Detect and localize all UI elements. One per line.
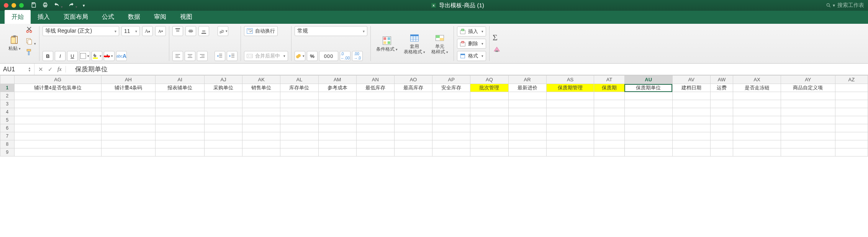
cell-AX3[interactable] (733, 100, 781, 108)
cell-AS5[interactable] (546, 116, 594, 124)
cell-AG7[interactable] (14, 132, 101, 140)
increase-font-button[interactable]: A▴ (142, 26, 153, 36)
cell-AW5[interactable] (710, 116, 733, 124)
cell-AJ2[interactable] (204, 92, 242, 100)
clear-icon[interactable] (493, 45, 501, 54)
currency-button[interactable] (295, 51, 305, 61)
cell-AR9[interactable] (508, 148, 546, 156)
row-header-3[interactable]: 3 (0, 100, 15, 108)
decrease-indent-button[interactable] (215, 51, 225, 61)
cell-AY1[interactable]: 商品自定义项 (781, 84, 835, 92)
cell-AH3[interactable] (101, 100, 156, 108)
cell-styles-button[interactable]: 单元 格样式 (429, 27, 450, 61)
cell-AU4[interactable] (624, 108, 672, 116)
cell-AZ9[interactable] (835, 148, 868, 156)
cell-AO1[interactable]: 最高库存 (394, 84, 432, 92)
cell-AP3[interactable] (432, 100, 470, 108)
cell-AJ6[interactable] (204, 124, 242, 132)
decrease-font-button[interactable]: A▾ (155, 26, 166, 36)
border-button[interactable] (79, 51, 90, 61)
cell-AQ7[interactable] (470, 132, 508, 140)
cell-AG5[interactable] (14, 116, 101, 124)
column-header-AO[interactable]: AO (394, 76, 432, 84)
cell-AP4[interactable] (432, 108, 470, 116)
decrease-decimal-button[interactable]: .00→.0 (352, 51, 363, 61)
cell-AN4[interactable] (356, 108, 394, 116)
font-size-select[interactable]: 11▾ (121, 26, 140, 36)
column-header-AV[interactable]: AV (672, 76, 710, 84)
italic-button[interactable]: I (55, 51, 66, 61)
cell-AU9[interactable] (624, 148, 672, 156)
column-header-AH[interactable]: AH (101, 76, 156, 84)
cell-AG8[interactable] (14, 140, 101, 148)
cell-AG6[interactable] (14, 124, 101, 132)
cell-AR4[interactable] (508, 108, 546, 116)
cell-AQ6[interactable] (470, 124, 508, 132)
cell-AS3[interactable] (546, 100, 594, 108)
cell-AZ4[interactable] (835, 108, 868, 116)
cell-AH5[interactable] (101, 116, 156, 124)
underline-button[interactable]: U (67, 51, 78, 61)
cell-AX6[interactable] (733, 124, 781, 132)
row-header-9[interactable]: 9 (0, 148, 15, 156)
cell-AO4[interactable] (394, 108, 432, 116)
cell-AH2[interactable] (101, 92, 156, 100)
cell-AL9[interactable] (280, 148, 318, 156)
cell-AH9[interactable] (101, 148, 156, 156)
cell-AS1[interactable]: 保质期管理 (546, 84, 594, 92)
autosum-icon[interactable]: Σ (493, 33, 501, 43)
cell-AQ2[interactable] (470, 92, 508, 100)
cell-AX4[interactable] (733, 108, 781, 116)
cell-AO5[interactable] (394, 116, 432, 124)
cell-AO3[interactable] (394, 100, 432, 108)
select-all-corner[interactable] (0, 76, 15, 84)
cell-AM3[interactable] (318, 100, 356, 108)
cell-AQ9[interactable] (470, 148, 508, 156)
format-painter-icon[interactable] (25, 48, 36, 57)
row-header-1[interactable]: 1 (0, 84, 15, 92)
align-middle-button[interactable] (185, 26, 196, 36)
tab-data[interactable]: 数据 (121, 10, 147, 24)
cell-AL5[interactable] (280, 116, 318, 124)
cell-AW2[interactable] (710, 92, 733, 100)
cell-AR6[interactable] (508, 124, 546, 132)
row-header-7[interactable]: 7 (0, 132, 15, 140)
cell-AU5[interactable] (624, 116, 672, 124)
column-header-AG[interactable]: AG (14, 76, 101, 84)
cell-AO8[interactable] (394, 140, 432, 148)
cell-AU3[interactable] (624, 100, 672, 108)
cell-AG3[interactable] (14, 100, 101, 108)
cell-AS7[interactable] (546, 132, 594, 140)
column-header-AW[interactable]: AW (710, 76, 733, 84)
formula-input[interactable]: 保质期单位 (73, 65, 868, 74)
cell-AJ8[interactable] (204, 140, 242, 148)
cell-AV7[interactable] (672, 132, 710, 140)
cell-AI6[interactable] (156, 124, 205, 132)
cell-AP5[interactable] (432, 116, 470, 124)
cell-AL1[interactable]: 库存单位 (280, 84, 318, 92)
cell-AK2[interactable] (242, 92, 280, 100)
cell-AH1[interactable]: 辅计量4条码 (101, 84, 156, 92)
name-box[interactable]: AU1 ▲▼ (0, 64, 34, 75)
cell-AL3[interactable] (280, 100, 318, 108)
cell-AG9[interactable] (14, 148, 101, 156)
cell-AR8[interactable] (508, 140, 546, 148)
row-header-8[interactable]: 8 (0, 140, 15, 148)
cell-AQ8[interactable] (470, 140, 508, 148)
cell-AG4[interactable] (14, 108, 101, 116)
save-icon[interactable] (31, 2, 37, 9)
cell-AM9[interactable] (318, 148, 356, 156)
cell-AT5[interactable] (594, 116, 624, 124)
column-header-AS[interactable]: AS (546, 76, 594, 84)
cell-AT2[interactable] (594, 92, 624, 100)
orientation-button[interactable]: ab (218, 26, 228, 36)
cell-AP8[interactable] (432, 140, 470, 148)
cell-AI3[interactable] (156, 100, 205, 108)
cell-AN2[interactable] (356, 92, 394, 100)
zoom-window-button[interactable] (19, 3, 24, 8)
cell-AI4[interactable] (156, 108, 205, 116)
cell-AM4[interactable] (318, 108, 356, 116)
undo-icon[interactable] (54, 2, 63, 9)
cell-AV4[interactable] (672, 108, 710, 116)
spreadsheet-grid[interactable]: AGAHAIAJAKALAMANAOAPAQARASATAUAVAWAXAYAZ… (0, 75, 868, 156)
